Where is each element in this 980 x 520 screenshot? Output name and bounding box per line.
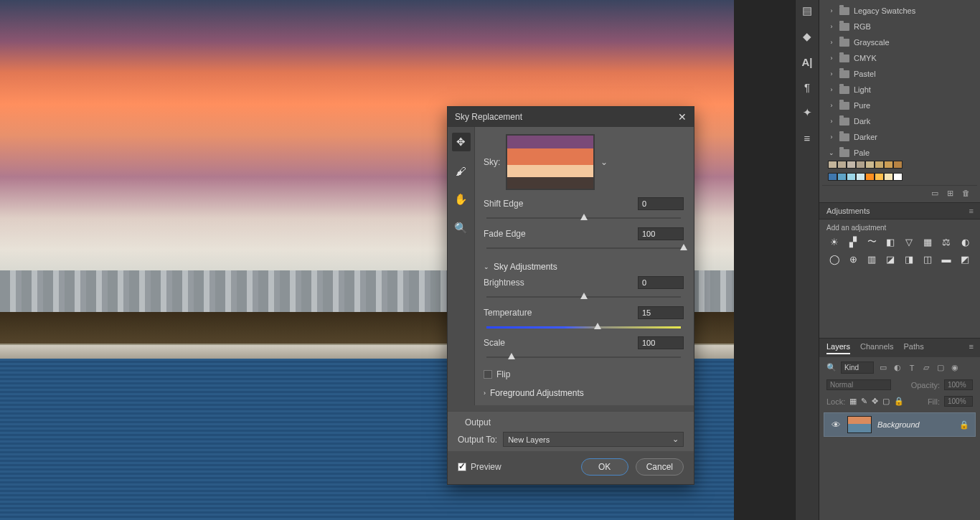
visibility-icon[interactable]: 👁 <box>830 420 842 430</box>
filter-shape-icon[interactable]: ▱ <box>921 363 931 373</box>
swatch-group-darker[interactable]: ›Darker <box>822 129 977 145</box>
settings-icon[interactable]: ≡ <box>804 132 811 144</box>
layer-background[interactable]: 👁 Background 🔒 <box>824 412 976 437</box>
filter-type-icon[interactable]: T <box>907 363 917 373</box>
swatch-row[interactable] <box>822 161 977 173</box>
color-balance-icon[interactable]: ⚖ <box>940 236 953 247</box>
swatch[interactable] <box>893 173 903 181</box>
swatch-group-light[interactable]: ›Light <box>822 82 977 98</box>
scale-input[interactable] <box>638 336 684 349</box>
opacity-value[interactable]: 100% <box>944 379 973 390</box>
hand-tool-icon[interactable]: ✋ <box>452 190 471 209</box>
swatch[interactable] <box>865 161 875 169</box>
swatch-group-pale[interactable]: ⌄Pale <box>822 145 977 161</box>
photo-filter-icon[interactable]: ◯ <box>828 253 841 265</box>
sky-dropdown-icon[interactable]: ⌄ <box>600 157 608 167</box>
blend-mode-select[interactable]: Normal <box>826 379 891 390</box>
clone-source-icon[interactable]: ✦ <box>803 106 812 119</box>
character-icon[interactable]: A| <box>801 56 812 68</box>
new-swatch-icon[interactable]: ⊞ <box>947 189 953 198</box>
swatch[interactable] <box>856 161 865 169</box>
tab-channels[interactable]: Channels <box>860 342 893 354</box>
swatch[interactable] <box>837 161 847 169</box>
shift-edge-slider[interactable] <box>484 213 684 223</box>
flip-checkbox[interactable] <box>484 370 492 379</box>
scale-slider[interactable] <box>484 352 684 362</box>
tab-layers[interactable]: Layers <box>826 342 850 354</box>
threshold-icon[interactable]: ◫ <box>921 253 934 265</box>
paragraph-icon[interactable]: ¶ <box>804 81 810 93</box>
sky-preview[interactable] <box>506 134 595 190</box>
lut-icon[interactable]: ▥ <box>865 253 878 265</box>
ok-button[interactable]: OK <box>581 458 628 476</box>
move-tool-icon[interactable]: ✥ <box>452 133 471 151</box>
lock-brush-icon[interactable]: ✎ <box>861 397 867 406</box>
close-icon[interactable]: ✕ <box>678 111 687 123</box>
hue-sat-icon[interactable]: ▦ <box>921 236 934 247</box>
bw-icon[interactable]: ◐ <box>958 236 971 247</box>
panel-menu-icon[interactable]: ≡ <box>969 342 973 354</box>
brightness-slider[interactable] <box>484 292 684 302</box>
swatch[interactable] <box>856 173 865 181</box>
swatch-group-grayscale[interactable]: ›Grayscale <box>822 34 977 50</box>
fade-edge-slider[interactable] <box>484 243 684 253</box>
channel-mixer-icon[interactable]: ⊕ <box>847 253 859 265</box>
exposure-icon[interactable]: ◧ <box>884 236 897 247</box>
swatch[interactable] <box>893 161 903 169</box>
layer-kind-select[interactable] <box>841 361 874 374</box>
temperature-input[interactable] <box>638 306 684 319</box>
swatch-group-rgb[interactable]: ›RGB <box>822 19 977 34</box>
swatch-group-dark[interactable]: ›Dark <box>822 113 977 129</box>
lock-position-icon[interactable]: ✥ <box>872 397 878 406</box>
color-icon[interactable]: ◆ <box>803 30 811 43</box>
swatch-group-cmyk[interactable]: ›CMYK <box>822 50 977 66</box>
filter-adjust-icon[interactable]: ◐ <box>892 363 903 373</box>
output-to-select[interactable]: New Layers⌄ <box>503 432 684 447</box>
swatch-group-pure[interactable]: ›Pure <box>822 98 977 113</box>
lock-artboard-icon[interactable]: ▢ <box>882 397 890 406</box>
swatch[interactable] <box>865 173 875 181</box>
brush-tool-icon[interactable]: 🖌 <box>452 161 471 180</box>
filter-pixel-icon[interactable]: ▭ <box>878 363 888 373</box>
sky-adjustments-header[interactable]: ⌄Sky Adjustments <box>484 262 684 272</box>
panel-menu-icon[interactable]: ≡ <box>969 207 973 215</box>
swatch[interactable] <box>828 173 837 181</box>
swatch[interactable] <box>875 173 884 181</box>
fade-edge-input[interactable] <box>638 227 684 240</box>
selective-icon[interactable]: ◩ <box>958 253 971 265</box>
trash-icon[interactable]: 🗑 <box>962 189 970 198</box>
foreground-adjustments-header[interactable]: ›Foreground Adjustments <box>484 388 684 398</box>
dialog-titlebar[interactable]: Sky Replacement ✕ <box>448 107 694 127</box>
fill-value[interactable]: 100% <box>944 396 973 407</box>
swatch-row[interactable] <box>822 173 977 185</box>
temperature-slider[interactable] <box>484 322 684 332</box>
shift-edge-input[interactable] <box>638 197 684 210</box>
vibrance-icon[interactable]: ▽ <box>903 236 915 247</box>
swatches-icon[interactable]: ▤ <box>802 4 812 17</box>
swatch[interactable] <box>837 173 847 181</box>
brightness-icon[interactable]: ☀ <box>828 236 841 247</box>
curves-icon[interactable]: 〜 <box>865 236 878 247</box>
swatch[interactable] <box>847 161 856 169</box>
swatch[interactable] <box>847 173 856 181</box>
gradient-map-icon[interactable]: ▬ <box>940 253 953 265</box>
swatch[interactable] <box>884 161 893 169</box>
swatch[interactable] <box>875 161 884 169</box>
adjustments-header[interactable]: Adjustments≡ <box>819 202 980 219</box>
swatch[interactable] <box>828 161 837 169</box>
new-group-icon[interactable]: ▭ <box>931 189 938 198</box>
zoom-tool-icon[interactable]: 🔍 <box>452 219 471 237</box>
lock-pixels-icon[interactable]: ▦ <box>849 397 857 406</box>
tab-paths[interactable]: Paths <box>904 342 924 354</box>
cancel-button[interactable]: Cancel <box>636 458 684 476</box>
invert-icon[interactable]: ◪ <box>884 253 897 265</box>
swatch[interactable] <box>884 173 893 181</box>
swatch-group-pastel[interactable]: ›Pastel <box>822 66 977 82</box>
preview-checkbox[interactable] <box>458 463 466 471</box>
levels-icon[interactable]: ▞ <box>847 236 859 247</box>
lock-all-icon[interactable]: 🔒 <box>894 397 904 406</box>
filter-toggle-icon[interactable]: ◉ <box>950 363 960 373</box>
brightness-input[interactable] <box>638 276 684 289</box>
layer-thumbnail[interactable] <box>847 416 872 433</box>
filter-smart-icon[interactable]: ▢ <box>936 363 946 373</box>
